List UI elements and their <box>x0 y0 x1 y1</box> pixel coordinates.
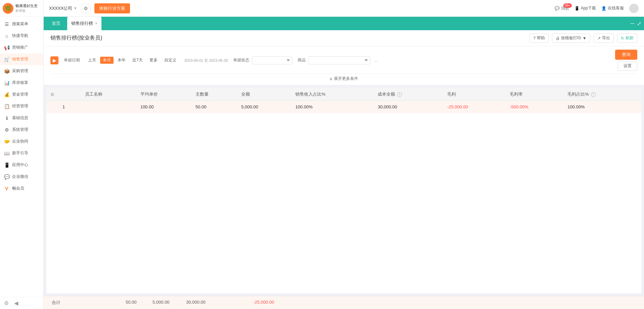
online-service-button[interactable]: 👤 在线客服 <box>601 5 624 11</box>
date-tabs: 上月 本月 本年 近7天 更多 自定义 <box>85 57 179 64</box>
topbar-right: 💬 消息 99+ 📱 App下载 👤 在线客服 <box>555 4 639 13</box>
th-rank <box>58 88 81 101</box>
expand-conditions-button[interactable]: ∨ 展开更多条件 <box>50 73 637 82</box>
footer-gross: -25,000.00 <box>249 300 278 306</box>
goods-input[interactable] <box>308 56 370 64</box>
tabbar-right: ─ ⤢ <box>631 20 641 27</box>
sidebar-bottom: ⚙ ◀ <box>0 297 43 309</box>
status-label: 单据状态 <box>233 57 249 63</box>
sidebar-item-label: 库存核算 <box>12 80 28 86</box>
sidebar-item-guide[interactable]: 📖 新手引导 <box>0 147 43 159</box>
sidebar-item-inventory[interactable]: 📊 库存核算 <box>0 77 43 89</box>
cost-info-icon[interactable]: i <box>397 92 402 97</box>
expand-arrow-icon: ∨ <box>330 76 333 81</box>
td-gross: -25,000.00 <box>443 101 506 113</box>
sidebar-item-collab[interactable]: 🤝 企业协同 <box>0 136 43 147</box>
ranking-table: ⚙ 员工名称 平均单价 主数量 全额 销售收入占比% 成本全额 i 毛利 毛利率… <box>46 88 641 113</box>
th-settings[interactable]: ⚙ <box>46 88 58 101</box>
topbar-settings-button[interactable]: ⚙ <box>81 4 90 13</box>
trial-button[interactable]: 体验行业方案 <box>94 3 130 13</box>
header-actions: ? 帮助 🖨 按模板打印 ▼ ↗ 导出 ↻ 刷新 <box>529 34 637 43</box>
print-dropdown-icon: ▼ <box>583 36 587 41</box>
date-tab-last-month[interactable]: 上月 <box>85 57 99 64</box>
collab-icon: 🤝 <box>4 139 9 144</box>
status-select[interactable] <box>252 56 292 64</box>
td-gross-rate: -500.00% <box>506 101 563 113</box>
guide-icon: 📖 <box>4 151 9 156</box>
date-tab-more[interactable]: 更多 <box>147 57 160 64</box>
print-icon: 🖨 <box>556 36 560 41</box>
apps-icon: 📱 <box>4 162 9 168</box>
tab-close-icon[interactable]: × <box>95 21 97 26</box>
system-icon: ⚙ <box>4 127 9 133</box>
sales-icon: 🛒 <box>4 57 9 62</box>
company-name: XXXXX公司 <box>49 5 72 11</box>
filter-settings-button[interactable]: 设置 <box>618 61 637 71</box>
filter-row: ▶ 单据日期 上月 本月 本年 近7天 更多 自定义 2023-06-01 至 … <box>50 50 637 71</box>
purchase-icon: 📦 <box>4 68 9 74</box>
query-button[interactable]: 查询 <box>615 50 637 60</box>
marketing-icon: 📢 <box>4 45 9 50</box>
sidebar-item-finance[interactable]: 💰 资金管理 <box>0 89 43 100</box>
sidebar-settings-icon[interactable]: ⚙ <box>4 300 9 306</box>
date-tab-7days[interactable]: 近7天 <box>130 57 145 64</box>
tab-home-label: 首页 <box>52 20 60 27</box>
filter-status-group: 单据状态 <box>233 56 292 64</box>
basic-info-icon: ℹ <box>4 115 9 121</box>
sidebar-item-wechat[interactable]: 💬 企业微信 <box>0 171 43 183</box>
tab-sales-ranking[interactable]: 销售排行榜 × <box>67 17 101 30</box>
td-qty: 50.00 <box>191 101 237 113</box>
table-footer: 合计 50.00 5,000.00 30,000.00 -25,000.00 <box>44 296 644 309</box>
tab-home[interactable]: 首页 <box>46 17 66 30</box>
sidebar-item-quick-nav[interactable]: ⌂ 快捷导航 <box>0 30 43 42</box>
td-avg-price: 100.00 <box>136 101 191 113</box>
footer-cost: 30,000.00 <box>182 300 249 306</box>
th-avg-price: 平均单价 <box>136 88 191 101</box>
user-avatar[interactable] <box>629 4 639 13</box>
more-conditions-icon[interactable]: ... <box>373 57 379 63</box>
home-icon: ⌂ <box>4 33 9 39</box>
message-badge: 99+ <box>563 3 572 8</box>
gross-pct-info-icon[interactable]: i <box>591 92 596 97</box>
sidebar-item-vip[interactable]: V 畅会员 <box>0 183 43 194</box>
app-download-button[interactable]: 📱 App下载 <box>574 5 596 11</box>
sidebar-item-search[interactable]: ☰ 搜索菜单 <box>0 18 43 30</box>
th-cost: 成本全额 i <box>374 88 443 101</box>
sidebar-item-label: 新手引导 <box>12 150 28 156</box>
logo-sub: 标准版 <box>15 8 38 13</box>
sidebar-item-purchase[interactable]: 📦 采购管理 <box>0 65 43 77</box>
management-icon: 📋 <box>4 104 9 109</box>
message-button[interactable]: 💬 消息 99+ <box>555 5 569 11</box>
tab-minimize-icon[interactable]: ─ <box>631 20 634 27</box>
sidebar-item-marketing[interactable]: 📢 营销推广 <box>0 42 43 53</box>
sidebar-logo: 🌿 畅康通好生意 标准版 <box>0 0 43 17</box>
sidebar-item-management[interactable]: 📋 经营管理 <box>0 100 43 112</box>
sidebar-item-sales[interactable]: 🛒 销售管理 <box>0 53 43 65</box>
sidebar-collapse-icon[interactable]: ◀ <box>14 300 18 306</box>
footer-amount: 5,000.00 <box>148 300 182 306</box>
sidebar-item-label: 营销推广 <box>12 45 28 50</box>
content-area: 销售排行榜(按业务员) ? 帮助 🖨 按模板打印 ▼ ↗ 导出 ↻ 刷新 <box>44 30 644 309</box>
sidebar-item-basic-info[interactable]: ℹ 基础信息 <box>0 112 43 124</box>
app-download-label: App下载 <box>581 5 596 11</box>
date-tab-custom[interactable]: 自定义 <box>162 57 179 64</box>
sidebar-item-label: 快捷导航 <box>12 33 28 39</box>
refresh-button[interactable]: ↻ 刷新 <box>617 34 637 43</box>
filter-toggle-icon[interactable]: ▶ <box>50 56 58 64</box>
th-name: 员工名称 <box>81 88 136 101</box>
page-title: 销售排行榜(按业务员) <box>50 35 102 42</box>
td-name <box>81 101 136 113</box>
tab-expand-icon[interactable]: ⤢ <box>637 20 641 27</box>
sidebar-item-label: 企业协同 <box>12 139 28 144</box>
refresh-icon: ↻ <box>621 36 624 41</box>
date-tab-this-year[interactable]: 本年 <box>115 57 128 64</box>
help-button[interactable]: ? 帮助 <box>529 34 549 43</box>
footer-label: 合计 <box>48 300 122 306</box>
print-button[interactable]: 🖨 按模板打印 ▼ <box>552 34 590 43</box>
sidebar-item-system[interactable]: ⚙ 系统管理 <box>0 124 43 136</box>
date-tab-this-month[interactable]: 本月 <box>100 57 114 64</box>
company-select[interactable]: XXXXX公司 ▼ <box>49 5 77 11</box>
sidebar-item-apps[interactable]: 📱 应用中心 <box>0 159 43 171</box>
export-button[interactable]: ↗ 导出 <box>594 34 614 43</box>
logo-icon: 🌿 <box>3 3 13 14</box>
